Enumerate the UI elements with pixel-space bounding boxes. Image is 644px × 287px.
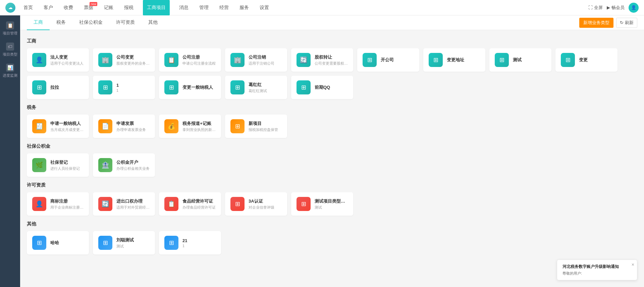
tab-社保公积金[interactable]: 社保公积金 — [72, 15, 109, 30]
card-公司注销[interactable]: 🏢 公司注销 适用于注销公司 — [225, 48, 287, 72]
card-开公司[interactable]: ⊞ 开公司 — [357, 48, 419, 72]
cards-grid-其他: ⊞ 哈哈 ⊞ 刘聪测试 测试 ⊞ 21 1 — [27, 231, 637, 255]
card-title: 社保登记 — [50, 159, 84, 165]
tab-工商[interactable]: 工商 — [27, 15, 50, 30]
card-icon: ⊞ — [230, 80, 245, 94]
tab-actions: 新增业务类型 ↻ 刷新 — [579, 18, 637, 28]
nav-item-首页[interactable]: 首页 — [22, 0, 34, 15]
card-申请一般纳税人[interactable]: 🧾 申请一般纳税人 当月或次月成变更完成 — [27, 115, 89, 138]
card-icon: ⊞ — [363, 53, 377, 67]
card-desc: 葛红红测试 — [249, 88, 282, 93]
sidebar-icon: 📋 — [6, 21, 14, 29]
card-刘聪测试[interactable]: ⊞ 刘聪测试 测试 — [93, 231, 155, 255]
card-变更[interactable]: ⊞ 变更 — [555, 48, 618, 72]
card-icon: ⊞ — [98, 80, 112, 94]
card-公积金开户[interactable]: 🏦 公积金开户 办理公积金相关业务 — [93, 153, 155, 177]
card-desc: 测试 — [315, 205, 348, 210]
card-text: 开公司 — [381, 57, 414, 63]
nav-item-客户[interactable]: 客户 — [42, 0, 54, 15]
notification-close[interactable]: × — [632, 262, 634, 267]
nav-item-记账[interactable]: 记账 — [103, 0, 115, 15]
tab-税务[interactable]: 税务 — [50, 15, 72, 30]
card-desc: 进行人员社保登记 — [50, 166, 84, 171]
card-公司注册[interactable]: 📋 公司注册 申请公司注册全流程 — [159, 48, 221, 72]
card-desc: 测试 — [116, 244, 150, 249]
member-btn[interactable]: ▶ 畅会员 — [607, 5, 625, 11]
card-葛红红[interactable]: ⊞ 葛红红 葛红红测试 — [225, 76, 287, 99]
card-text: 变更 — [579, 57, 612, 63]
card-icon: 📋 — [164, 53, 178, 67]
nav-item-设置[interactable]: 设置 — [258, 0, 270, 15]
nav-item-报税[interactable]: 报税 — [123, 0, 135, 15]
card-申请发票[interactable]: 📄 申请发票 办理申请发票业务 — [93, 115, 155, 138]
nav-item-经营[interactable]: 经营 — [218, 0, 230, 15]
card-前期QQ[interactable]: ⊞ 前期QQ — [291, 76, 353, 99]
tab-许可资质[interactable]: 许可资质 — [109, 15, 142, 30]
card-拉拉[interactable]: ⊞ 拉拉 — [27, 76, 89, 99]
card-法人变更[interactable]: 👤 法人变更 适用于公司变更法人 — [27, 48, 89, 72]
cards-grid-社保公积金: 🌿 社保登记 进行人员社保登记 🏦 公积金开户 办理公积金相关业务 — [27, 153, 637, 177]
card-title: 公司注册 — [182, 54, 216, 60]
card-text: 测试项目类型目定义 测试 — [315, 198, 348, 210]
card-变更一般纳税人[interactable]: ⊞ 变更一般纳税人 — [159, 76, 221, 99]
card-公司变更[interactable]: 🏢 公司变更 股权变更外的业务变更 — [93, 48, 155, 72]
nav-item-收费[interactable]: 收费 — [62, 0, 74, 15]
card-icon: ⊞ — [164, 80, 178, 94]
card-title: 3A认证 — [249, 198, 282, 204]
card-3A认证[interactable]: ⊞ 3A认证 对企业信誉评级 — [225, 192, 287, 216]
card-title: 1 — [116, 83, 150, 88]
card-icon: 👤 — [32, 53, 46, 67]
fullscreen-btn[interactable]: ⛶ 全屏 — [588, 5, 603, 11]
card-测试项目类型目定义[interactable]: ⊞ 测试项目类型目定义 测试 — [291, 192, 353, 216]
section-title-其他: 其他 — [27, 221, 637, 227]
card-社保登记[interactable]: 🌿 社保登记 进行人员社保登记 — [27, 153, 89, 177]
card-哈哈[interactable]: ⊞ 哈哈 — [27, 231, 89, 255]
card-icon: ⊞ — [230, 119, 245, 133]
card-食品经营许可证[interactable]: 📋 食品经营许可证 办理食品经营许可证 — [159, 192, 221, 216]
avatar[interactable]: 👤 — [629, 3, 639, 13]
card-desc: 当月或次月成变更完成 — [50, 127, 84, 132]
card-title: 变更一般纳税人 — [182, 84, 216, 90]
card-icon: 🏦 — [98, 158, 112, 172]
card-icon: 📋 — [164, 197, 178, 211]
card-title: 前期QQ — [315, 84, 348, 90]
card-新项目[interactable]: ⊞ 新项目 报税加税控盘保管 — [225, 115, 287, 138]
nav-item-管理[interactable]: 管理 — [198, 0, 210, 15]
card-进出口权办理[interactable]: 🔄 进出口权办理 适用于对外贸易经营者 — [93, 192, 155, 216]
nav-item-服务[interactable]: 服务 — [238, 0, 250, 15]
sidebar-item-项目管理[interactable]: 📋 项目管理 — [1, 19, 19, 39]
member-icon: ▶ — [607, 5, 610, 10]
card-1[interactable]: ⊞ 1 1 — [93, 76, 155, 99]
nav-badge: new — [90, 2, 97, 6]
card-desc: 适用于对外贸易经营者 — [116, 205, 150, 210]
notification-bubble: × 河北税务数字账户升级影响通知 尊敬的用户: — [557, 260, 637, 280]
card-税务报道+记账[interactable]: 💰 税务报道+记账 拿到营业执照的新公司 — [159, 115, 221, 138]
card-desc: 办理申请发票业务 — [116, 127, 150, 132]
add-type-button[interactable]: 新增业务类型 — [579, 18, 613, 28]
card-text: 1 1 — [116, 83, 150, 92]
nav-item-消息[interactable]: 消息 — [178, 0, 190, 15]
card-icon: 👤 — [32, 197, 46, 211]
card-测试[interactable]: ⊞ 测试 — [489, 48, 551, 72]
tab-其他[interactable]: 其他 — [142, 15, 164, 30]
card-变更地址[interactable]: ⊞ 变更地址 — [423, 48, 485, 72]
logo[interactable]: ☁ — [5, 3, 15, 13]
nav-item-票据[interactable]: 票据new — [83, 0, 95, 15]
nav-item-工商项目[interactable]: 工商项目 — [143, 0, 170, 15]
card-21[interactable]: ⊞ 21 1 — [159, 231, 221, 255]
sidebar-item-项目类型[interactable]: 🏷 项目类型 — [1, 40, 19, 60]
card-text: 前期QQ — [315, 84, 348, 90]
card-商标注册[interactable]: 👤 商标注册 用于企业商标注册服务 — [27, 192, 89, 216]
card-title: 申请一般纳税人 — [50, 121, 84, 127]
refresh-button[interactable]: ↻ 刷新 — [616, 18, 637, 28]
card-desc: 对企业信誉评级 — [249, 205, 282, 210]
sidebar-label: 进度监测 — [3, 73, 17, 78]
nav-items: 首页客户收费票据new记账报税工商项目消息管理经营服务设置 — [22, 0, 588, 15]
card-text: 葛红红 葛红红测试 — [249, 82, 282, 93]
sidebar-item-进度监测[interactable]: 📊 进度监测 — [1, 61, 19, 81]
card-icon: 📄 — [98, 119, 112, 133]
fullscreen-icon: ⛶ — [588, 5, 593, 10]
card-股权转让[interactable]: 🔄 股权转让 公司变更需要股权转让 — [291, 48, 353, 72]
card-title: 开公司 — [381, 57, 414, 63]
avatar-icon: 👤 — [631, 5, 636, 10]
